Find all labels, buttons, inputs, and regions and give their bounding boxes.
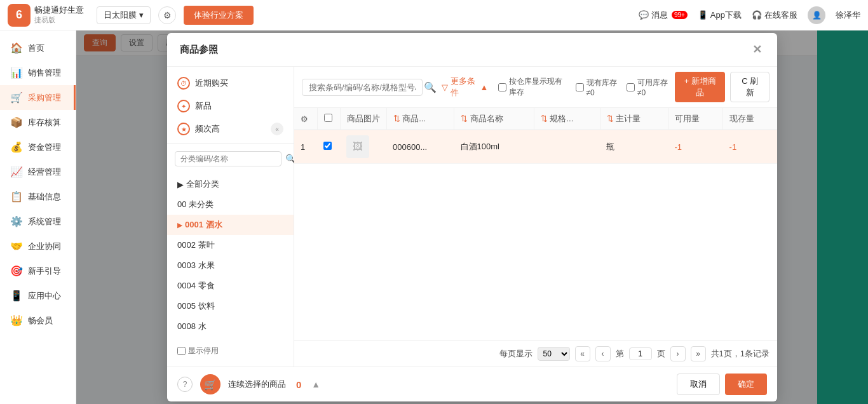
messages-item[interactable]: 💬 消息 99+	[639, 10, 688, 21]
cat-0001[interactable]: ▶ 0001 酒水	[167, 215, 294, 235]
brand-name: 畅捷通好生意	[34, 5, 84, 16]
collapse-btn[interactable]: «	[271, 123, 283, 135]
sidebar-item-appcenter[interactable]: 📱 应用中心	[0, 283, 76, 308]
help-btn[interactable]: ?	[177, 377, 193, 392]
product-search-btn[interactable]: 🔍	[424, 81, 437, 93]
sidebar-item-ops[interactable]: 📈 经营管理	[0, 159, 76, 184]
message-icon: 💬	[639, 10, 649, 20]
th-gear[interactable]: ⚙	[294, 108, 317, 130]
arrow-up-icon[interactable]: ▲	[311, 379, 320, 389]
sidebar-item-system[interactable]: ⚙️ 系统管理	[0, 209, 76, 234]
check-current-stock[interactable]: 现有库存≠0	[576, 77, 619, 97]
headset-icon: 🎧	[752, 10, 762, 20]
page-input[interactable]	[629, 347, 652, 360]
cart-count: 0	[296, 379, 301, 390]
sort-icon-spec: ⇅	[541, 114, 548, 123]
sidebar-item-guide[interactable]: 🎯 新手引导	[0, 259, 76, 283]
category-search-input[interactable]	[175, 151, 281, 166]
chevron-down-icon: ▾	[139, 10, 144, 20]
th-check[interactable]	[317, 108, 340, 130]
nav-selector[interactable]: 日太阳膜 ▾	[97, 6, 151, 24]
sidebar-label-purchase: 采购管理	[28, 92, 61, 104]
app-download-item[interactable]: 📱 App下载	[698, 10, 742, 21]
per-page-select[interactable]: 50 100 200	[538, 347, 570, 361]
sidebar-label-system: 系统管理	[28, 216, 61, 227]
sidebar-item-member[interactable]: 👑 畅会员	[0, 308, 76, 333]
cat-0008[interactable]: 0008 水	[167, 316, 294, 337]
cancel-button[interactable]: 取消	[677, 374, 720, 395]
sidebar-label-sales: 销售管理	[28, 67, 61, 79]
more-conditions-btn[interactable]: ▽ 更多条件 ▲	[442, 76, 488, 98]
cat-0004[interactable]: 0004 零食	[167, 276, 294, 296]
per-page-label: 每页显示	[499, 348, 532, 360]
sidebar-item-inventory[interactable]: 📦 库存核算	[0, 110, 76, 135]
online-service-item[interactable]: 🎧 在线客服	[752, 10, 797, 21]
sidebar-label-corp: 企业协同	[28, 241, 61, 252]
username: 徐泽华	[836, 10, 860, 21]
purchase-icon: 🛒	[10, 91, 23, 104]
footer-actions: 取消 确定	[677, 374, 767, 395]
show-disabled-checkbox[interactable]	[177, 347, 186, 355]
sidebar-item-sales[interactable]: 📊 销售管理	[0, 60, 76, 85]
add-product-btn[interactable]: + 新增商品	[675, 72, 725, 102]
basic-icon: 📋	[10, 191, 23, 203]
row-check[interactable]	[317, 130, 340, 164]
th-available: 可用量	[668, 108, 722, 130]
check-current-cb[interactable]	[576, 83, 584, 91]
trial-btn[interactable]: 体验行业方案	[184, 6, 254, 25]
th-spec[interactable]: ⇅ 规格...	[534, 108, 600, 130]
cart-icon[interactable]: 🛒	[200, 374, 220, 394]
cat-0005[interactable]: 0005 饮料	[167, 296, 294, 316]
product-table: ⚙ 商品图片 ⇅ 商品...	[294, 108, 777, 164]
row-name: 白酒100ml	[454, 130, 534, 164]
show-disabled-row: 显示停用	[167, 340, 294, 361]
sidebar-label-ops: 经营管理	[28, 166, 61, 178]
sidebar-label-appcenter: 应用中心	[28, 290, 61, 302]
show-disabled-label[interactable]: 显示停用	[177, 346, 219, 356]
row-checkbox[interactable]	[323, 142, 332, 150]
avatar[interactable]: 👤	[808, 6, 825, 24]
app-logo-icon: 6	[8, 4, 31, 27]
check-available-stock[interactable]: 可用库存≠0	[627, 77, 670, 97]
table-row[interactable]: 1 🖼 000600... 白酒100ml 瓶 -1 -1	[294, 130, 777, 164]
product-image: 🖼	[346, 135, 369, 158]
sidebar-label-member: 畅会员	[28, 315, 53, 327]
check-warehouse-stock[interactable]: 按仓库显示现有库存	[498, 76, 567, 98]
cat-all[interactable]: ▶ 全部分类	[167, 174, 294, 194]
logo-area: 6 畅捷通好生意 捷易版	[8, 4, 84, 27]
sidebar-item-basic[interactable]: 📋 基础信息	[0, 184, 76, 209]
sidebar-item-finance[interactable]: 💰 资金管理	[0, 135, 76, 159]
appcenter-icon: 📱	[10, 290, 23, 302]
left-menu-new[interactable]: ✦ 新品	[167, 95, 294, 118]
sidebar-item-purchase[interactable]: 🛒 采购管理	[0, 85, 76, 110]
modal-close-button[interactable]: ✕	[749, 42, 764, 57]
refresh-btn[interactable]: C 刷新	[730, 72, 770, 102]
sidebar-item-home[interactable]: 🏠 首页	[0, 36, 76, 60]
next-page-btn[interactable]: ›	[670, 346, 686, 361]
page-suffix: 页	[657, 348, 665, 360]
left-menu-frequent[interactable]: ★ 频次高 «	[167, 118, 294, 140]
th-unit[interactable]: ⇅ 主计量	[600, 108, 668, 130]
product-search-input[interactable]	[302, 79, 423, 96]
cat-0002[interactable]: 0002 茶叶	[167, 235, 294, 255]
left-menu-recent[interactable]: ⏱ 近期购买	[167, 72, 294, 95]
confirm-button[interactable]: 确定	[725, 374, 767, 395]
row-spec	[534, 130, 600, 164]
th-name[interactable]: ⇅ 商品名称	[454, 108, 534, 130]
modal-right-panel: 🔍 ▽ 更多条件 ▲ 按仓库显示现有库存	[294, 67, 777, 367]
select-all-cb[interactable]	[324, 114, 332, 122]
cat-00[interactable]: 00 未分类	[167, 194, 294, 215]
divider	[167, 143, 294, 144]
first-page-btn[interactable]: «	[575, 346, 590, 361]
prev-page-btn[interactable]: ‹	[595, 346, 611, 361]
last-page-btn[interactable]: »	[691, 346, 706, 361]
category-list: ▶ 全部分类 00 未分类 ▶ 0001 酒水 0002 茶	[167, 172, 294, 340]
sort-icon: ⇅	[393, 114, 400, 123]
th-code[interactable]: ⇅ 商品...	[386, 108, 454, 130]
sidebar-item-corp[interactable]: 🤝 企业协同	[0, 234, 76, 259]
gear-icon[interactable]: ⚙	[158, 6, 176, 24]
check-available-cb[interactable]	[627, 83, 635, 91]
cat-0003[interactable]: 0003 水果	[167, 255, 294, 276]
category-search-row: 🔍	[167, 146, 294, 172]
check-warehouse-cb[interactable]	[498, 83, 506, 91]
